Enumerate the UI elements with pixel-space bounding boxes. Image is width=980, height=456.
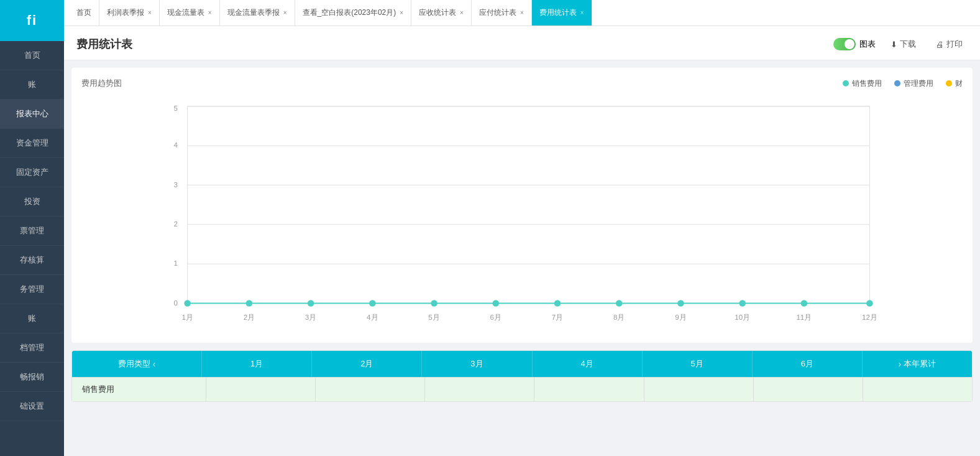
download-icon: ⬇ [891, 40, 897, 49]
td-type: 销售费用 [72, 378, 206, 401]
tab-profit-quarterly[interactable]: 利润表季报 × [99, 0, 160, 26]
td-m1 [206, 378, 316, 401]
tab-close-cash-flow-quarterly[interactable]: × [283, 9, 287, 16]
sidebar: fi 首页 账 报表中心 资金管理 固定资产 投资 票管理 存核算 务管理 账 … [0, 0, 64, 456]
svg-point-17 [431, 300, 437, 307]
sidebar-item-home[interactable]: 首页 [0, 41, 64, 70]
table-row: 销售费用 [72, 377, 972, 401]
sidebar-item-fixed-assets[interactable]: 固定资产 [0, 158, 64, 187]
tab-home[interactable]: 首页 [69, 0, 99, 26]
svg-text:12月: 12月 [862, 313, 877, 321]
tab-close-expense-stats[interactable]: × [580, 9, 584, 16]
sidebar-item-invoice-mgmt[interactable]: 票管理 [0, 216, 64, 246]
td-m6 [754, 378, 863, 401]
sidebar-item-investment[interactable]: 投资 [0, 187, 64, 216]
td-ytd [863, 378, 972, 401]
print-button[interactable]: 🖨 打印 [931, 36, 968, 52]
sidebar-item-service-mgmt[interactable]: 务管理 [0, 275, 64, 304]
th-type: 费用类型 ‹ [72, 351, 202, 377]
tab-close-payable[interactable]: × [520, 9, 524, 16]
svg-point-20 [616, 300, 623, 307]
svg-text:2月: 2月 [244, 313, 255, 321]
svg-point-24 [866, 300, 873, 307]
chart-title: 费用趋势图 [81, 78, 122, 89]
chart-toggle-label: 图表 [859, 39, 876, 50]
content-area: 费用统计表 图表 ⬇ 下载 🖨 打印 费用趋势图 [64, 26, 980, 456]
th-m5: 5月 [643, 351, 753, 377]
nav-prev-arrow[interactable]: ‹ [153, 359, 156, 369]
svg-text:3月: 3月 [305, 313, 316, 321]
sidebar-item-sub-account[interactable]: 账 [0, 304, 64, 333]
legend-dot-mgmt [894, 80, 900, 86]
tab-close-cash-flow[interactable]: × [208, 9, 212, 16]
chart-legend: 销售费用 管理费用 财 [843, 78, 963, 89]
sidebar-item-settings[interactable]: 础设置 [0, 392, 64, 421]
th-m1: 1月 [202, 351, 312, 377]
expense-table: 费用类型 ‹ 1月 2月 3月 4月 5月 [71, 350, 973, 402]
sidebar-item-inventory[interactable]: 存核算 [0, 246, 64, 275]
legend-finance-expense: 财 [946, 78, 963, 89]
th-m3: 3月 [422, 351, 532, 377]
svg-text:1: 1 [173, 259, 177, 267]
svg-text:6月: 6月 [490, 313, 501, 321]
svg-text:4月: 4月 [367, 313, 378, 321]
tab-cash-flow[interactable]: 现金流量表 × [160, 0, 220, 26]
tab-expense-stats[interactable]: 费用统计表 × [532, 0, 592, 26]
tab-payable[interactable]: 应付统计表 × [472, 0, 532, 26]
table-header: 费用类型 ‹ 1月 2月 3月 4月 5月 [72, 351, 972, 377]
chart-header: 费用趋势图 销售费用 管理费用 财 [81, 78, 963, 89]
sidebar-item-account[interactable]: 账 [0, 70, 64, 100]
page-title: 费用统计表 [76, 37, 132, 52]
td-m2 [316, 378, 425, 401]
th-m6: 6月 [753, 351, 863, 377]
svg-text:5月: 5月 [428, 313, 439, 321]
tab-bar: 首页 利润表季报 × 现金流量表 × 现金流量表季报 × 查看_空白报表(202… [64, 0, 980, 26]
svg-point-16 [369, 300, 376, 307]
svg-text:1月: 1月 [181, 313, 193, 321]
chart-svg: 0 1 2 3 4 5 [81, 96, 963, 333]
tab-cash-flow-quarterly[interactable]: 现金流量表季报 × [220, 0, 295, 26]
tab-close-check-blank[interactable]: × [400, 9, 403, 16]
page-header: 费用统计表 图表 ⬇ 下载 🖨 打印 [64, 26, 980, 60]
chart-container: 0 1 2 3 4 5 [81, 96, 963, 333]
td-m3 [425, 378, 534, 401]
svg-point-13 [184, 300, 191, 307]
svg-text:8月: 8月 [613, 313, 625, 321]
svg-text:3: 3 [173, 180, 177, 188]
sidebar-item-file-mgmt[interactable]: 档管理 [0, 333, 64, 363]
td-m5 [644, 378, 754, 401]
legend-mgmt-expense: 管理费用 [894, 78, 933, 89]
svg-point-18 [493, 300, 500, 307]
th-ytd: › 本年累计 [863, 351, 972, 377]
svg-rect-12 [188, 106, 870, 304]
legend-dot-sales [843, 80, 849, 86]
header-actions: 图表 ⬇ 下载 🖨 打印 [833, 36, 968, 52]
svg-text:11月: 11月 [796, 313, 812, 321]
svg-text:5: 5 [173, 104, 177, 112]
svg-text:4: 4 [173, 141, 178, 149]
svg-text:0: 0 [173, 299, 177, 307]
tab-close-profit-quarterly[interactable]: × [148, 9, 152, 16]
legend-sales-expense: 销售费用 [843, 78, 882, 89]
svg-text:9月: 9月 [675, 313, 686, 321]
main-area: 首页 利润表季报 × 现金流量表 × 现金流量表季报 × 查看_空白报表(202… [64, 0, 980, 456]
svg-text:10月: 10月 [735, 313, 750, 321]
chart-section: 费用趋势图 销售费用 管理费用 财 [71, 68, 973, 343]
th-m2: 2月 [312, 351, 422, 377]
download-button[interactable]: ⬇ 下载 [886, 36, 921, 52]
tab-close-receivable[interactable]: × [460, 9, 464, 16]
svg-point-22 [739, 300, 746, 307]
print-icon: 🖨 [936, 40, 944, 49]
sidebar-item-fund-mgmt[interactable]: 资金管理 [0, 129, 64, 158]
svg-point-15 [308, 300, 314, 307]
chart-toggle[interactable] [833, 38, 856, 50]
sidebar-item-report-center[interactable]: 报表中心 [0, 100, 64, 129]
svg-text:2: 2 [173, 220, 177, 228]
nav-next-arrow[interactable]: › [899, 359, 902, 369]
tab-check-blank[interactable]: 查看_空白报表(2023年02月) × [295, 0, 412, 26]
tab-receivable[interactable]: 应收统计表 × [411, 0, 472, 26]
legend-dot-finance [946, 80, 952, 86]
svg-point-14 [246, 300, 253, 307]
chart-toggle-wrapper[interactable]: 图表 [833, 38, 876, 50]
sidebar-item-expense[interactable]: 畅报销 [0, 363, 64, 392]
